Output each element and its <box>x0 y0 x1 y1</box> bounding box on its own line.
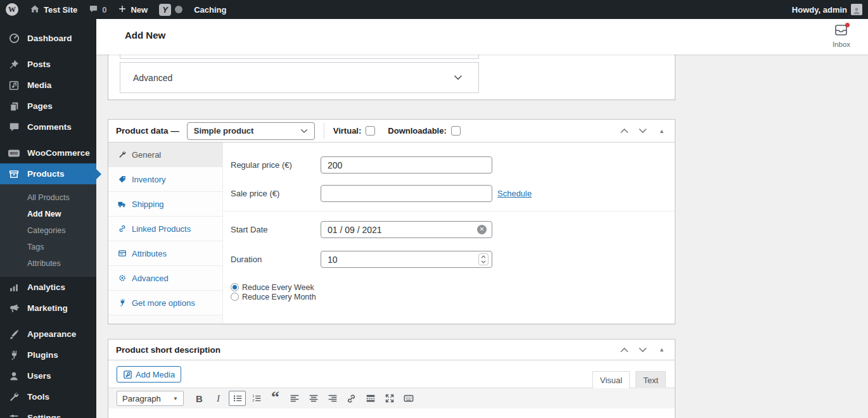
sidebar-item-dashboard[interactable]: Dashboard <box>0 28 96 49</box>
align-left-icon <box>289 393 300 404</box>
schedule-link[interactable]: Schedule <box>497 189 532 198</box>
sidebar-item-plugins[interactable]: Plugins <box>0 345 96 365</box>
advanced-section-toggle[interactable]: Advanced <box>120 62 479 93</box>
plug-icon <box>8 349 20 362</box>
radio-label: Reduce Every Month <box>242 293 316 301</box>
blockquote-button[interactable]: “ <box>267 391 284 406</box>
sidebar-item-appearance[interactable]: Appearance <box>0 324 96 345</box>
tab-inventory[interactable]: Inventory <box>108 167 222 192</box>
radio-button[interactable] <box>231 283 239 291</box>
plus-icon <box>118 4 127 15</box>
sidebar-item-comments[interactable]: Comments <box>0 117 96 137</box>
wp-logo-menu[interactable]: W <box>0 0 24 19</box>
start-date-input[interactable] <box>321 221 492 238</box>
move-down-button[interactable] <box>638 347 648 353</box>
tab-get-more-options[interactable]: Get more options <box>108 291 222 315</box>
sidebar-item-marketing[interactable]: Marketing <box>0 298 96 319</box>
woo-badge-icon: WOO <box>8 147 20 160</box>
clear-date-button[interactable]: ✕ <box>477 225 487 234</box>
sidebar-item-users[interactable]: Users <box>0 365 96 386</box>
downloadable-checkbox[interactable] <box>451 126 461 136</box>
submenu-item-all-products[interactable]: All Products <box>0 189 96 206</box>
italic-button[interactable]: I <box>210 391 227 406</box>
submenu-item-add-new[interactable]: Add New <box>0 206 96 222</box>
sidebar-item-media[interactable]: Media <box>0 75 96 96</box>
caching-menu[interactable]: Caching <box>188 0 232 19</box>
inbox-button[interactable]: Inbox <box>829 25 854 48</box>
sidebar-item-products[interactable]: Products <box>0 163 96 184</box>
section-divider <box>223 211 675 212</box>
sidebar-item-label: Marketing <box>27 303 68 313</box>
new-menu[interactable]: New <box>112 0 153 19</box>
comments-menu[interactable]: 0 <box>83 0 112 19</box>
regular-price-input[interactable] <box>321 156 492 174</box>
tab-advanced[interactable]: Advanced <box>108 266 222 291</box>
fullscreen-button[interactable] <box>381 391 398 406</box>
submenu-item-categories[interactable]: Categories <box>0 222 96 239</box>
short-description-title: Product short description <box>116 345 220 355</box>
add-media-button[interactable]: Add Media <box>117 366 181 383</box>
sidebar-item-tools[interactable]: Tools <box>0 386 96 407</box>
paragraph-format-select[interactable]: Paragraph ▼ <box>117 391 184 406</box>
advanced-section-label: Advanced <box>133 73 172 83</box>
tab-shipping[interactable]: Shipping <box>108 192 222 217</box>
tab-attributes[interactable]: Attributes <box>108 241 222 266</box>
tab-label: Inventory <box>132 175 165 184</box>
submenu-item-tags[interactable]: Tags <box>0 239 96 255</box>
collapse-toggle-button[interactable]: ▲ <box>659 128 665 134</box>
align-center-button[interactable] <box>305 391 322 406</box>
product-type-value: Simple product <box>194 126 254 136</box>
move-up-button[interactable] <box>620 347 629 353</box>
virtual-checkbox[interactable] <box>366 126 375 136</box>
sidebar-item-posts[interactable]: Posts <box>0 54 96 75</box>
move-up-button[interactable] <box>620 128 629 134</box>
duration-row: Duration <box>231 251 675 268</box>
tab-label: General <box>132 150 161 160</box>
sale-price-input[interactable] <box>321 185 492 202</box>
fullscreen-icon <box>384 393 395 404</box>
bold-button[interactable]: B <box>191 391 208 406</box>
wordpress-logo-icon: W <box>6 3 18 16</box>
submenu-item-attributes[interactable]: Attributes <box>0 255 96 272</box>
tab-text[interactable]: Text <box>635 371 666 388</box>
reduce-every-week-option[interactable]: Reduce Every Week <box>231 282 675 292</box>
my-account-menu[interactable]: Howdy, admin <box>786 0 868 19</box>
yoast-menu[interactable]: Y <box>153 0 188 19</box>
metabox-controls: ▲ <box>620 346 667 353</box>
align-left-button[interactable] <box>286 391 303 406</box>
radio-label: Reduce Every Week <box>242 283 314 292</box>
collapse-toggle-button[interactable]: ▲ <box>659 346 665 353</box>
bullet-list-button[interactable] <box>229 391 246 406</box>
new-label: New <box>131 5 148 15</box>
align-right-button[interactable] <box>324 391 341 406</box>
radio-button[interactable] <box>231 293 239 301</box>
sidebar-item-analytics[interactable]: Analytics <box>0 277 96 298</box>
insert-link-button[interactable] <box>343 391 360 406</box>
tab-general[interactable]: General <box>108 142 222 167</box>
toolbar-toggle-button[interactable] <box>400 391 417 406</box>
product-type-select[interactable]: Simple product <box>187 122 315 140</box>
duration-input[interactable] <box>321 251 492 268</box>
product-box-icon <box>8 168 20 180</box>
paintbrush-icon <box>8 328 20 341</box>
user-icon <box>8 370 20 383</box>
tab-linked-products[interactable]: Linked Products <box>108 217 222 241</box>
numbered-list-button[interactable]: 12 <box>248 391 265 406</box>
svg-text:WOO: WOO <box>10 151 18 155</box>
sidebar-item-label: Pages <box>27 101 53 111</box>
collapsed-section-edge <box>120 54 479 59</box>
read-more-button[interactable] <box>362 391 379 406</box>
sidebar-item-settings[interactable]: Settings <box>0 407 96 418</box>
blockquote-icon: “ <box>271 394 279 403</box>
move-down-button[interactable] <box>638 128 648 134</box>
numbered-list-icon: 12 <box>251 393 262 404</box>
tab-visual[interactable]: Visual <box>592 371 630 388</box>
avatar <box>851 4 862 15</box>
sidebar-item-pages[interactable]: Pages <box>0 96 96 117</box>
product-data-panel: Regular price (€) Sale price (€) Schedul… <box>223 142 675 324</box>
sidebar-item-woocommerce[interactable]: WOO WooCommerce <box>0 142 96 163</box>
editor-content-area[interactable] <box>108 408 675 418</box>
reduce-every-month-option[interactable]: Reduce Every Month <box>231 292 675 301</box>
site-name-menu[interactable]: Test Site <box>24 0 83 19</box>
number-stepper[interactable] <box>478 253 488 265</box>
